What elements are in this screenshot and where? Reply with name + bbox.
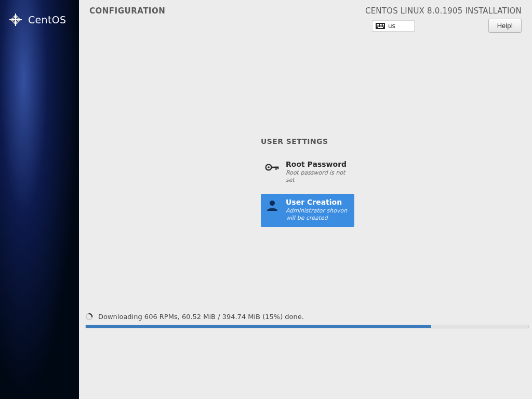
- svg-rect-21: [275, 167, 276, 170]
- root-password-title: Root Password: [286, 160, 350, 168]
- keyboard-layout-label: us: [388, 22, 395, 30]
- svg-rect-15: [381, 25, 382, 26]
- main-panel: CONFIGURATION CENTOS LINUX 8.0.1905 INST…: [79, 0, 532, 399]
- root-password-texts: Root Password Root password is not set: [286, 160, 350, 184]
- svg-rect-20: [271, 167, 278, 168]
- keyboard-icon: [376, 22, 385, 30]
- root-password-spoke[interactable]: Root Password Root password is not set: [261, 156, 354, 190]
- svg-point-23: [270, 201, 275, 206]
- installer-title: CENTOS LINUX 8.0.1905 INSTALLATION: [365, 6, 522, 16]
- user-creation-spoke[interactable]: User Creation Administrator shovon will …: [261, 194, 354, 228]
- content-area: USER SETTINGS Root Password Root: [79, 37, 532, 399]
- svg-rect-14: [380, 25, 381, 26]
- svg-point-19: [268, 166, 270, 168]
- topbar-right-row: us Help!: [372, 19, 522, 33]
- user-creation-title: User Creation: [286, 198, 350, 206]
- svg-rect-16: [383, 25, 384, 26]
- sidebar: CentOS: [0, 0, 79, 399]
- user-settings-heading: USER SETTINGS: [261, 137, 437, 145]
- svg-rect-8: [378, 24, 379, 25]
- installer-root: CentOS CONFIGURATION CENTOS LINUX 8.0.19…: [0, 0, 532, 399]
- svg-rect-17: [378, 27, 383, 28]
- user-creation-status: Administrator shovon will be created: [286, 207, 350, 222]
- user-icon: [265, 198, 280, 212]
- keyboard-layout-indicator[interactable]: us: [372, 20, 415, 32]
- help-button[interactable]: Help!: [488, 19, 522, 33]
- topbar: CONFIGURATION CENTOS LINUX 8.0.1905 INST…: [79, 0, 532, 37]
- progress-row: Downloading 606 RPMs, 60.52 MiB / 394.74…: [85, 313, 529, 321]
- svg-rect-13: [378, 25, 379, 26]
- progress-text: Downloading 606 RPMs, 60.52 MiB / 394.74…: [98, 313, 304, 321]
- svg-rect-10: [381, 24, 382, 25]
- spinner-icon: [85, 313, 93, 321]
- centos-logo-icon: [7, 11, 24, 28]
- svg-rect-9: [380, 24, 381, 25]
- svg-rect-12: [377, 25, 378, 26]
- user-creation-texts: User Creation Administrator shovon will …: [286, 198, 350, 222]
- svg-rect-7: [377, 24, 378, 25]
- progress-area: Downloading 606 RPMs, 60.52 MiB / 394.74…: [85, 313, 529, 328]
- root-password-status: Root password is not set: [286, 169, 350, 184]
- sidebar-logo: CentOS: [0, 0, 79, 39]
- svg-rect-11: [383, 24, 384, 25]
- sidebar-brand-text: CentOS: [28, 14, 66, 25]
- key-icon: [265, 160, 280, 175]
- user-settings-section: USER SETTINGS Root Password Root: [261, 137, 437, 231]
- progress-fill: [86, 325, 431, 328]
- progress-bar: [85, 325, 529, 328]
- svg-rect-22: [277, 167, 278, 169]
- topbar-right: CENTOS LINUX 8.0.1905 INSTALLATION: [365, 6, 522, 33]
- page-title: CONFIGURATION: [89, 6, 165, 16]
